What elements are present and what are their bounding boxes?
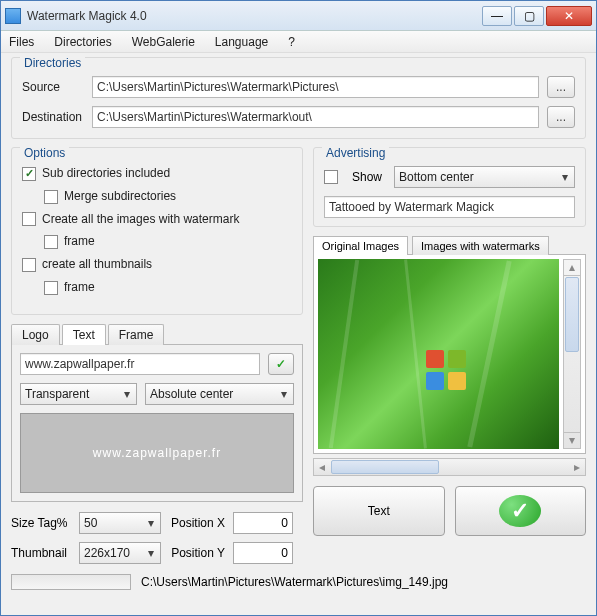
tab-logo[interactable]: Logo (11, 324, 60, 345)
source-label: Source (22, 80, 84, 94)
minimize-button[interactable]: — (482, 6, 512, 26)
menu-directories[interactable]: Directories (54, 35, 111, 49)
destination-browse-button[interactable]: ... (547, 106, 575, 128)
sizetag-combo[interactable]: 50 (79, 512, 161, 534)
merge-label: Merge subdirectories (64, 189, 176, 203)
preview-vscrollbar[interactable]: ▴▾ (563, 259, 581, 449)
app-window: Watermark Magick 4.0 — ▢ ✕ Files Directo… (0, 0, 597, 616)
options-legend: Options (20, 146, 69, 160)
thumbnail-combo[interactable]: 226x170 (79, 542, 161, 564)
posy-label: Position Y (169, 546, 225, 560)
checkmark-icon: ✓ (499, 495, 541, 527)
tab-frame[interactable]: Frame (108, 324, 165, 345)
preview-image[interactable] (318, 259, 559, 449)
merge-checkbox[interactable] (44, 190, 58, 204)
source-browse-button[interactable]: ... (547, 76, 575, 98)
preview-hscrollbar[interactable]: ◂▸ (313, 458, 586, 476)
posy-input[interactable] (233, 542, 293, 564)
menu-webgalerie[interactable]: WebGalerie (132, 35, 195, 49)
statusbar: C:\Users\Martin\Pictures\Watermark\Pictu… (1, 570, 596, 594)
destination-input[interactable] (92, 106, 539, 128)
bgmode-value: Transparent (25, 387, 89, 401)
watermark-preview: www.zapwallpaper.fr (20, 413, 294, 493)
tab-images-watermarked[interactable]: Images with watermarks (412, 236, 549, 255)
subdirs-label: Sub directories included (42, 166, 170, 180)
advertising-legend: Advertising (322, 146, 389, 160)
options-group: Options Sub directories included Merge s… (11, 147, 303, 315)
watermark-tabs: Logo Text Frame (11, 324, 303, 345)
bgmode-combo[interactable]: Transparent (20, 383, 137, 405)
frame1-label: frame (64, 234, 95, 248)
frame1-checkbox[interactable] (44, 235, 58, 249)
app-icon (5, 8, 21, 24)
directories-legend: Directories (20, 56, 85, 70)
position-value: Absolute center (150, 387, 233, 401)
text-button-label: Text (368, 504, 390, 518)
show-ad-checkbox[interactable] (324, 170, 338, 184)
menubar: Files Directories WebGalerie Language ? (1, 31, 596, 53)
run-button[interactable]: ✓ (455, 486, 587, 536)
frame2-label: frame (64, 280, 95, 294)
posx-label: Position X (169, 516, 225, 530)
posx-input[interactable] (233, 512, 293, 534)
preview-text: www.zapwallpaper.fr (93, 446, 221, 460)
thumbnail-label: Thumbnail (11, 546, 71, 560)
watermark-panel: ✓ Transparent Absolute center www.zapwal… (11, 344, 303, 502)
createall-thumb-label: create all thumbnails (42, 257, 152, 271)
ad-position-value: Bottom center (399, 170, 474, 184)
menu-language[interactable]: Language (215, 35, 268, 49)
image-preview-panel: ▴▾ (313, 254, 586, 454)
advertising-group: Advertising Show Bottom center (313, 147, 586, 227)
apply-text-button[interactable]: ✓ (268, 353, 294, 375)
menu-help[interactable]: ? (288, 35, 295, 49)
position-combo[interactable]: Absolute center (145, 383, 294, 405)
ad-text-input[interactable] (324, 196, 575, 218)
progress-bar (11, 574, 131, 590)
status-path: C:\Users\Martin\Pictures\Watermark\Pictu… (141, 575, 448, 589)
createall-wm-checkbox[interactable] (22, 212, 36, 226)
tab-text[interactable]: Text (62, 324, 106, 345)
sizetag-value: 50 (84, 516, 97, 530)
createall-thumb-checkbox[interactable] (22, 258, 36, 272)
sizetag-label: Size Tag% (11, 516, 71, 530)
text-button[interactable]: Text (313, 486, 445, 536)
maximize-button[interactable]: ▢ (514, 6, 544, 26)
watermark-text-input[interactable] (20, 353, 260, 375)
window-title: Watermark Magick 4.0 (27, 9, 482, 23)
titlebar[interactable]: Watermark Magick 4.0 — ▢ ✕ (1, 1, 596, 31)
close-button[interactable]: ✕ (546, 6, 592, 26)
tab-original-images[interactable]: Original Images (313, 236, 408, 255)
source-input[interactable] (92, 76, 539, 98)
destination-label: Destination (22, 110, 84, 124)
subdirs-checkbox[interactable] (22, 167, 36, 181)
menu-files[interactable]: Files (9, 35, 34, 49)
directories-group: Directories Source ... Destination ... (11, 57, 586, 139)
frame2-checkbox[interactable] (44, 281, 58, 295)
windows-logo-icon (426, 350, 466, 390)
image-tabs: Original Images Images with watermarks (313, 236, 586, 255)
createall-wm-label: Create all the images with watermark (42, 212, 239, 226)
ad-position-combo[interactable]: Bottom center (394, 166, 575, 188)
thumbnail-value: 226x170 (84, 546, 130, 560)
show-ad-label: Show (352, 170, 386, 184)
